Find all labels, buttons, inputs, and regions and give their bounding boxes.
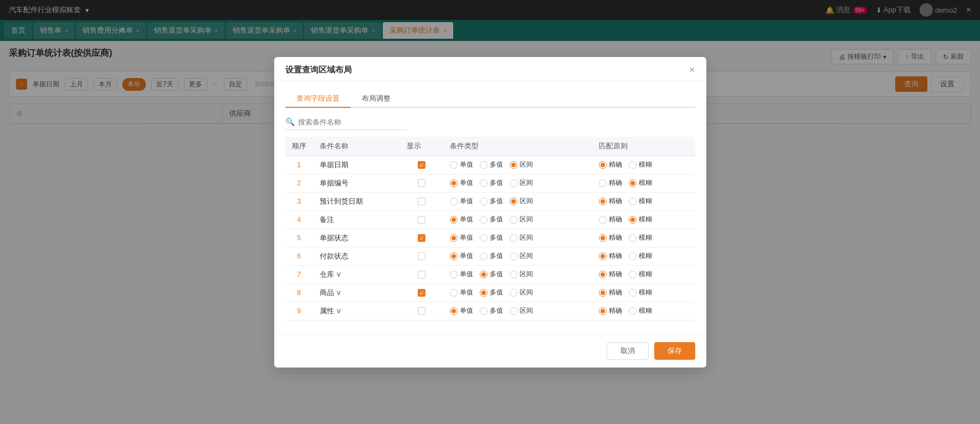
radio-match-精确-row-3[interactable]: 精确	[599, 215, 622, 224]
radio-type-区间-row-5[interactable]: 区间	[510, 251, 533, 261]
radio-type-单值-row-9[interactable]: 单值	[450, 324, 473, 325]
modal-tab-field-setting[interactable]: 查询字段设置	[285, 90, 351, 108]
table-row-show-3[interactable]	[400, 210, 443, 229]
modal-tab-layout[interactable]: 布局调整	[351, 90, 402, 108]
checkbox-row-6[interactable]	[418, 271, 425, 278]
table-row-match-3: 精确模糊	[592, 210, 695, 229]
radio-circle-4-区间	[510, 234, 517, 242]
radio-type-多值-row-1[interactable]: 多值	[480, 178, 503, 188]
radio-match-精确-row-9[interactable]: 精确	[599, 324, 622, 325]
radio-type-区间-row-6[interactable]: 区间	[510, 270, 533, 279]
radio-type-区间-row-9[interactable]: 区间	[510, 324, 533, 325]
radio-type-多值-row-5[interactable]: 多值	[480, 251, 503, 261]
checkbox-row-8[interactable]	[418, 307, 425, 315]
radio-type-多值-row-4[interactable]: 多值	[480, 233, 503, 242]
table-row-show-4[interactable]	[400, 229, 443, 247]
table-row-type-0: 单值多值区间	[443, 156, 592, 174]
radio-match-精确-row-1[interactable]: 精确	[599, 178, 622, 188]
checkbox-row-4[interactable]	[418, 234, 425, 242]
radio-type-多值-row-9[interactable]: 多值	[480, 324, 503, 325]
radio-circle-3-区间	[510, 216, 517, 224]
checkbox-row-2[interactable]	[418, 198, 425, 205]
radio-type-区间-row-7[interactable]: 区间	[510, 288, 533, 297]
radio-type-单值-row-6[interactable]: 单值	[450, 270, 473, 279]
radio-match-模糊-row-9[interactable]: 模糊	[629, 324, 652, 325]
radio-match-模糊-row-0[interactable]: 模糊	[629, 160, 652, 169]
radio-type-区间-row-1[interactable]: 区间	[510, 178, 533, 188]
table-row-type-5: 单值多值区间	[443, 247, 592, 265]
radio-type-多值-row-0[interactable]: 多值	[480, 160, 503, 169]
checkbox-row-1[interactable]	[418, 179, 425, 187]
table-row-show-7[interactable]	[400, 283, 443, 302]
cancel-button[interactable]: 取消	[607, 342, 649, 360]
radio-match-模糊-row-4[interactable]: 模糊	[629, 233, 652, 242]
table-row-order-7: 8	[285, 283, 313, 302]
radio-type-多值-row-6[interactable]: 多值	[480, 270, 503, 279]
radio-match-模糊-row-1[interactable]: 模糊	[629, 178, 652, 188]
radio-match-模糊-row-6[interactable]: 模糊	[629, 270, 652, 279]
radio-match-模糊-row-5[interactable]: 模糊	[629, 251, 652, 261]
radio-type-单值-row-7[interactable]: 单值	[450, 288, 473, 297]
checkbox-row-7[interactable]	[418, 289, 425, 297]
radio-match-circle-2-模糊	[629, 198, 637, 205]
radio-type-多值-row-8[interactable]: 多值	[480, 306, 503, 316]
table-row-show-0[interactable]	[400, 156, 443, 174]
radio-type-多值-row-2[interactable]: 多值	[480, 197, 503, 206]
modal-close-button[interactable]: ×	[689, 65, 695, 75]
modal-dialog: 设置查询区域布局 × 查询字段设置 布局调整 🔍	[274, 57, 706, 368]
checkbox-row-5[interactable]	[418, 252, 425, 260]
radio-type-多值-row-7[interactable]: 多值	[480, 288, 503, 297]
table-row-show-5[interactable]	[400, 247, 443, 265]
radio-type-区间-row-8[interactable]: 区间	[510, 306, 533, 316]
radio-match-模糊-row-2[interactable]: 模糊	[629, 197, 652, 206]
table-row-match-6: 精确模糊	[592, 265, 695, 283]
table-row-show-6[interactable]	[400, 265, 443, 283]
radio-match-精确-row-0[interactable]: 精确	[599, 160, 622, 169]
radio-match-circle-5-模糊	[629, 252, 637, 260]
checkbox-row-0[interactable]	[418, 161, 425, 169]
col-show: 显示	[400, 137, 443, 156]
radio-match-精确-row-2[interactable]: 精确	[599, 197, 622, 206]
table-row-show-8[interactable]	[400, 302, 443, 320]
modal-tabs: 查询字段设置 布局调整	[285, 90, 695, 108]
radio-type-区间-row-2[interactable]: 区间	[510, 197, 533, 206]
table-row-match-5: 精确模糊	[592, 247, 695, 265]
table-row-show-9[interactable]	[400, 320, 443, 325]
table-row-type-4: 单值多值区间	[443, 229, 592, 247]
radio-match-精确-row-4[interactable]: 精确	[599, 233, 622, 242]
radio-type-单值-row-4[interactable]: 单值	[450, 233, 473, 242]
checkbox-row-3[interactable]	[418, 216, 425, 224]
radio-circle-2-单值	[450, 198, 458, 205]
table-row-show-1[interactable]	[400, 174, 443, 192]
radio-match-精确-row-6[interactable]: 精确	[599, 270, 622, 279]
radio-circle-1-区间	[510, 179, 517, 187]
radio-match-circle-5-精确	[599, 252, 607, 260]
table-row-show-2[interactable]	[400, 192, 443, 210]
radio-match-精确-row-8[interactable]: 精确	[599, 306, 622, 316]
radio-match-模糊-row-7[interactable]: 模糊	[629, 288, 652, 297]
radio-match-模糊-row-8[interactable]: 模糊	[629, 306, 652, 316]
radio-type-单值-row-2[interactable]: 单值	[450, 197, 473, 206]
col-name: 条件名称	[313, 137, 401, 156]
radio-match-circle-6-模糊	[629, 271, 637, 278]
radio-circle-2-区间	[510, 198, 517, 205]
radio-type-单值-row-0[interactable]: 单值	[450, 160, 473, 169]
modal-overlay[interactable]: 设置查询区域布局 × 查询字段设置 布局调整 🔍	[0, 0, 980, 424]
radio-match-精确-row-7[interactable]: 精确	[599, 288, 622, 297]
radio-type-多值-row-3[interactable]: 多值	[480, 215, 503, 224]
save-button[interactable]: 保存	[654, 342, 695, 360]
radio-match-精确-row-5[interactable]: 精确	[599, 251, 622, 261]
radio-circle-6-区间	[510, 271, 517, 278]
radio-type-单值-row-5[interactable]: 单值	[450, 251, 473, 261]
radio-type-单值-row-3[interactable]: 单值	[450, 215, 473, 224]
table-row-name-8: 属性 ∨	[313, 302, 401, 320]
radio-type-区间-row-3[interactable]: 区间	[510, 215, 533, 224]
radio-type-区间-row-0[interactable]: 区间	[510, 160, 533, 169]
table-row-name-7: 商品 ∨	[313, 283, 401, 302]
radio-type-区间-row-4[interactable]: 区间	[510, 233, 533, 242]
radio-type-单值-row-1[interactable]: 单值	[450, 178, 473, 188]
radio-circle-3-多值	[480, 216, 488, 224]
modal-search-input[interactable]	[295, 117, 407, 127]
radio-match-模糊-row-3[interactable]: 模糊	[629, 215, 652, 224]
radio-type-单值-row-8[interactable]: 单值	[450, 306, 473, 316]
